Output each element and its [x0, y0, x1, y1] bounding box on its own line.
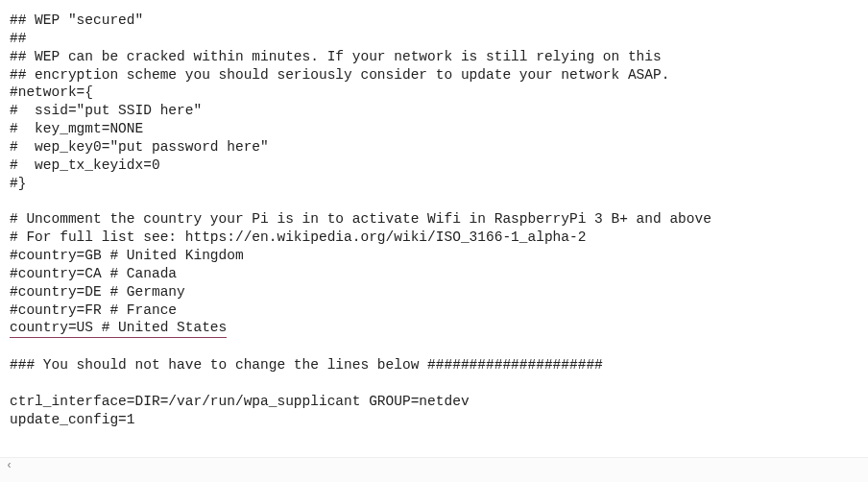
code-line: ## encryption scheme you should seriousl… — [10, 66, 858, 84]
code-line: # Uncomment the country your Pi is in to… — [10, 210, 858, 229]
config-file-text: ## WEP "secured" ## ## WEP can be cracke… — [10, 12, 858, 428]
blank-line — [10, 192, 858, 210]
code-line: ## — [10, 30, 858, 48]
code-line: #country=FR # France — [10, 301, 858, 320]
code-line: ## WEP can be cracked within minutes. If… — [10, 48, 858, 66]
blank-line — [10, 374, 858, 393]
code-line: # wep_tx_keyidx=0 — [10, 157, 858, 175]
code-line: ### You should not have to change the li… — [10, 356, 858, 374]
code-line: #} — [10, 175, 858, 193]
code-line: ctrl_interface=DIR=/var/run/wpa_supplica… — [10, 393, 858, 411]
code-line: # wep_key0="put password here" — [10, 138, 858, 157]
code-line-highlighted: country=US # United States — [10, 319, 858, 338]
code-line: # key_mgmt=NONE — [10, 120, 858, 138]
code-line: ## WEP "secured" — [10, 12, 858, 30]
code-line: update_config=1 — [10, 411, 858, 429]
code-line: # ssid="put SSID here" — [10, 102, 858, 120]
scroll-left-icon[interactable]: ‹ — [6, 459, 12, 474]
code-line: #country=CA # Canada — [10, 265, 858, 283]
code-line: #country=DE # Germany — [10, 283, 858, 301]
code-line: #country=GB # United Kingdom — [10, 247, 858, 265]
blank-line — [10, 338, 858, 356]
code-line: #network={ — [10, 84, 858, 102]
code-line: # For full list see: https://en.wikipedi… — [10, 229, 858, 247]
horizontal-scrollbar-track[interactable]: ‹ — [0, 457, 868, 482]
